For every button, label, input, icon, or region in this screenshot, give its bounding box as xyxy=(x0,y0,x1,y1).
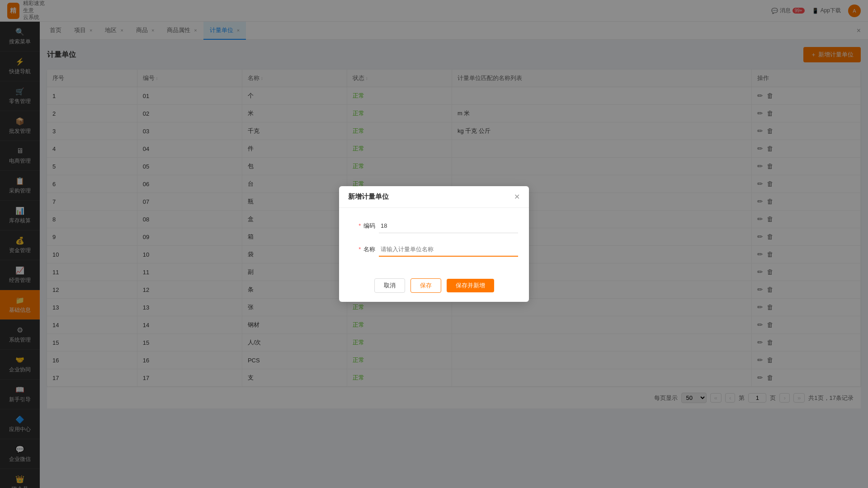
name-input[interactable] xyxy=(379,242,518,257)
dialog-body: * 编码 * 名称 xyxy=(339,208,529,273)
save-and-new-button[interactable]: 保存并新增 xyxy=(447,279,494,292)
name-label: * 名称 xyxy=(350,245,375,253)
code-input[interactable] xyxy=(379,219,518,233)
form-row-name: * 名称 xyxy=(350,242,518,257)
save-button[interactable]: 保存 xyxy=(410,278,441,293)
add-unit-dialog: 新增计量单位 ✕ * 编码 * 名称 取消 保存 保存并新增 xyxy=(339,186,529,302)
dialog-footer: 取消 保存 保存并新增 xyxy=(339,273,529,302)
modal-overlay[interactable]: 新增计量单位 ✕ * 编码 * 名称 取消 保存 保存并新增 xyxy=(0,0,868,488)
form-row-code: * 编码 xyxy=(350,219,518,233)
code-label: * 编码 xyxy=(350,222,375,230)
cancel-button[interactable]: 取消 xyxy=(374,278,405,293)
dialog-close-btn[interactable]: ✕ xyxy=(514,193,520,201)
dialog-title: 新增计量单位 xyxy=(348,192,389,201)
dialog-header: 新增计量单位 ✕ xyxy=(339,186,529,208)
